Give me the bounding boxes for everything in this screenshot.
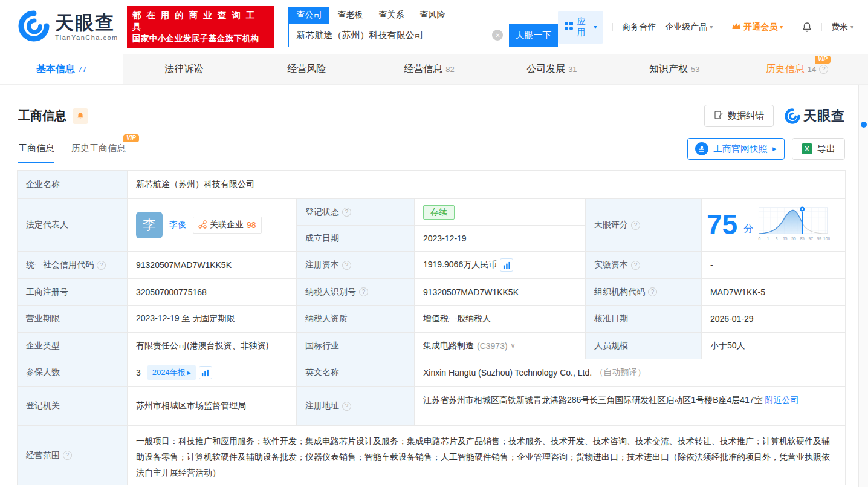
question-icon[interactable]: ?	[97, 261, 106, 270]
subtab-history-business-info[interactable]: VIP 历史工商信息	[71, 143, 126, 163]
score-unit: 分	[743, 223, 753, 235]
question-icon[interactable]: ?	[342, 402, 351, 411]
bar-chart-icon	[201, 369, 209, 377]
tab-label: 经营信息	[404, 63, 442, 76]
bar-chart-icon	[503, 261, 511, 269]
search-input[interactable]	[289, 24, 492, 47]
caret-down-icon: ▾	[780, 24, 783, 30]
clear-icon[interactable]: ✕	[492, 30, 503, 41]
excel-icon: X	[802, 143, 812, 154]
score-distribution-chart[interactable]: 0 1 3 15 50 85 97 99 100	[756, 205, 830, 245]
svg-text:0: 0	[759, 237, 761, 241]
score-axis-ticks: 0 1 3 15 50 85 97 99 100	[759, 237, 830, 241]
subtab-business-info[interactable]: 工商信息	[18, 143, 54, 163]
question-icon[interactable]: ?	[342, 208, 351, 217]
tab-operation-risk[interactable]: 经营风险	[245, 54, 368, 84]
paid-capital-label: 实缴资本 ?	[586, 252, 702, 279]
nav-cooperation[interactable]: 商务合作	[622, 22, 656, 33]
insured-trend-chart-button[interactable]	[199, 366, 212, 379]
notifications-bell[interactable]	[802, 22, 812, 33]
tab-label: 公司发展	[526, 63, 565, 76]
stamp-icon	[695, 142, 708, 155]
reg-number-label: 工商注册号	[18, 279, 128, 306]
svg-text:99: 99	[817, 237, 822, 241]
paid-capital-value: -	[702, 252, 846, 279]
industry-label: 国标行业	[297, 333, 415, 359]
slogan-line2: 国家中小企业发展子基金旗下机构	[132, 33, 269, 44]
section-title: 工商信息	[18, 108, 66, 124]
tab-legal-litigation[interactable]: 法律诉讼	[123, 54, 245, 84]
divider	[821, 23, 822, 31]
company-name-label: 企业名称	[18, 171, 128, 199]
watermark-text: 天眼查	[803, 107, 845, 125]
related-companies-label: 关联企业	[210, 220, 244, 230]
side-scroll-rail	[858, 85, 868, 487]
official-snapshot-button[interactable]: 工商官网快照 ▶	[687, 138, 785, 160]
question-icon[interactable]: ?	[631, 261, 640, 270]
credit-code-label: 统一社会信用代码 ?	[18, 252, 128, 279]
apps-menu-button[interactable]: 应用 ▾	[558, 11, 603, 44]
tab-history-info[interactable]: VIP 历史信息 14 ?	[736, 54, 858, 84]
nav-user-menu[interactable]: 费米 ▾	[831, 22, 853, 33]
company-detail-tabbar: 基本信息 77 法律诉讼 经营风险 经营信息 82 公司发展 31 知识产权 5…	[0, 54, 868, 85]
establish-date-label: 成立日期	[297, 226, 415, 252]
related-companies-count: 98	[247, 220, 256, 230]
svg-text:85: 85	[800, 237, 805, 241]
industry-code: (C3973)	[477, 341, 508, 351]
svg-text:50: 50	[791, 237, 796, 241]
tab-company-development[interactable]: 公司发展 31	[490, 54, 613, 84]
tab-operation-info[interactable]: 经营信息 82	[368, 54, 491, 84]
crown-icon	[731, 22, 741, 32]
question-icon[interactable]: ?	[631, 221, 640, 230]
business-scope-label: 经营范围 ?	[18, 426, 128, 485]
question-icon[interactable]: ?	[648, 287, 657, 296]
capital-trend-chart-button[interactable]	[500, 258, 513, 272]
top-nav: 应用 ▾ 商务合作 企业级产品 ▾ 开通会员 ▾ 费米 ▾	[558, 11, 853, 44]
arrow-right-icon: ▶	[772, 146, 777, 152]
legal-rep-name-link[interactable]: 李俊	[169, 220, 186, 230]
section-header: 工商信息 数据纠错 天眼查	[0, 85, 868, 127]
question-icon[interactable]: ?	[342, 261, 351, 270]
search-tab-boss[interactable]: 查老板	[329, 7, 371, 24]
export-button[interactable]: X 导出	[792, 138, 845, 160]
legal-rep-avatar[interactable]: 李	[136, 212, 163, 238]
search-tab-company[interactable]: 查公司	[288, 7, 329, 24]
english-name-value: Xinxin Hangtu (Suzhou) Technology Co., L…	[415, 359, 846, 387]
reg-authority-value: 苏州市相城区市场监督管理局	[128, 387, 297, 426]
question-icon[interactable]: ?	[359, 287, 368, 296]
search-tab-risk[interactable]: 查风险	[412, 7, 453, 24]
bell-icon	[76, 111, 85, 120]
related-companies-badge[interactable]: 关联企业 98	[193, 217, 262, 234]
nav-enterprise-products[interactable]: 企业级产品 ▾	[665, 22, 713, 33]
subscribe-bell-button[interactable]	[73, 108, 88, 124]
reg-address-label: 注册地址 ?	[297, 387, 415, 426]
subtab-row: 工商信息 VIP 历史工商信息 工商官网快照 ▶ X 导出	[0, 127, 868, 163]
company-type-value: 有限责任公司(港澳台投资、非独资)	[128, 333, 297, 359]
industry-value: 集成电路制造 (C3973) ∨	[415, 333, 586, 359]
side-nav-dot[interactable]	[861, 122, 867, 128]
tab-basic-info[interactable]: 基本信息 77	[0, 54, 123, 84]
membership-label: 开通会员	[743, 22, 777, 33]
tab-count: 31	[568, 65, 577, 74]
legal-rep-label: 法定代表人	[18, 199, 128, 252]
chevron-down-icon[interactable]: ∨	[511, 342, 516, 350]
tianyancha-logo[interactable]: 天眼查 TianYanCha.com	[18, 10, 118, 44]
edit-document-icon	[714, 110, 724, 122]
english-name-label: 英文名称	[297, 359, 415, 387]
snapshot-label: 工商官网快照	[713, 143, 768, 155]
data-correction-button[interactable]: 数据纠错	[704, 105, 774, 127]
tab-count: 14	[808, 65, 816, 74]
reg-address-value: 江苏省苏州市相城区高铁新城青龙港路286号长三角国际研发社区启动区1号楼B座4层…	[415, 387, 846, 426]
search-tab-relation[interactable]: 查关系	[371, 7, 412, 24]
insured-count-label: 参保人数	[18, 359, 128, 387]
export-label: 导出	[817, 143, 835, 155]
nav-open-membership[interactable]: 开通会员 ▾	[731, 22, 783, 33]
nearby-companies-link[interactable]: 附近公司	[765, 395, 799, 405]
question-icon[interactable]: ?	[819, 65, 828, 74]
tab-intellectual-property[interactable]: 知识产权 53	[613, 54, 736, 84]
search-button[interactable]: 天眼一下	[509, 24, 557, 47]
question-icon[interactable]: ?	[63, 451, 72, 460]
reg-capital-label: 注册资本 ?	[297, 252, 415, 279]
annual-report-label: 2024年报	[152, 367, 186, 378]
annual-report-badge[interactable]: 2024年报 ▶	[147, 365, 196, 380]
